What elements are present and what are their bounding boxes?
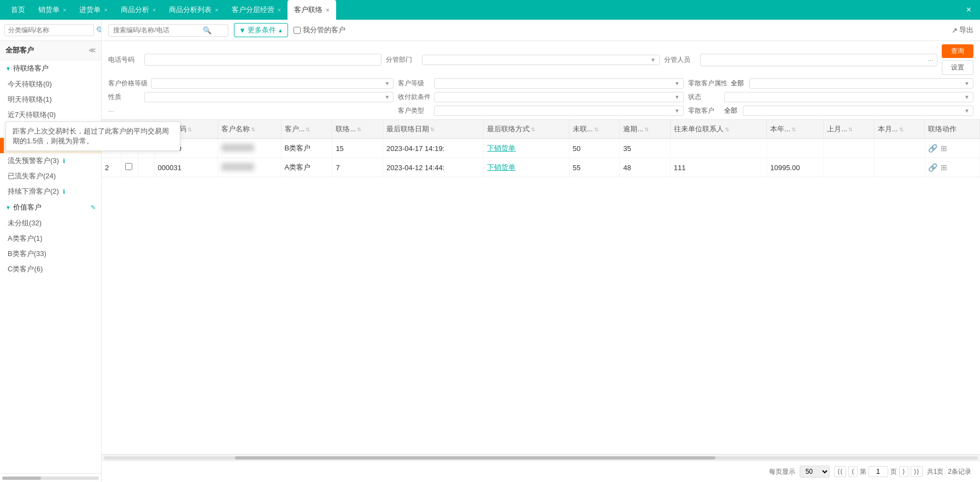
sidebar-already-lost[interactable]: 已流失客户(24) [0,169,101,184]
page-last-button[interactable]: ⟩⟩ [911,466,923,477]
edit-icon[interactable]: ✎ [91,204,96,211]
row2-checkbox[interactable] [125,163,132,170]
my-customers-checkbox[interactable] [294,27,301,34]
nav-purchase[interactable]: 进货单 × [73,0,114,20]
per-page-select[interactable]: 50 100 [800,466,830,478]
retail-select[interactable]: ▼ [743,106,973,116]
pagination-bar: 每页显示 50 100 ⟨⟨ ⟨ 第 页 ⟩ ⟩⟩ 共1页 2条记录 [102,461,980,482]
dept-chevron-icon: ▼ [650,57,656,63]
th-contact: 联络...⇅ [332,120,383,139]
page-next-button[interactable]: ⟩ [899,466,908,477]
sidebar-7day-pending[interactable]: 近7天待联络(0) [0,107,101,123]
price-grade-select[interactable]: ▼ [151,78,394,89]
status-select[interactable]: ▼ [724,92,973,102]
sidebar-class-a[interactable]: A类客户(1) [0,231,101,246]
sidebar-search-icon[interactable]: 🔍 [96,26,102,34]
grid-icon-1[interactable]: ⊞ [941,144,947,153]
last-method-link-1[interactable]: 下销货单 [487,144,515,152]
value-group-label[interactable]: ▼ 价值客户 ✎ [0,199,101,216]
close-analysis-icon[interactable]: × [152,7,156,13]
sidebar-declining[interactable]: 持续下滑客户(2) ℹ [0,184,101,199]
retail-attr-select[interactable]: ▼ [749,78,973,89]
td-last-date-1: 2023-04-17 14:19: [383,139,484,158]
nav-home[interactable]: 首页 [4,0,32,20]
sort-contact-icon: ⇅ [357,126,361,132]
page-prev-button[interactable]: ⟨ [848,466,858,477]
nav-analysis-list[interactable]: 商品分析列表 × [162,0,225,20]
td-year-2: 10995.00 [767,158,824,177]
value-triangle-icon: ▼ [5,205,11,211]
nav-sales[interactable]: 销货单 × [32,0,73,20]
status-chevron-icon: ▼ [964,94,970,100]
nature-select[interactable]: ▼ [144,92,394,102]
page-input[interactable] [868,466,888,477]
info-icon2[interactable]: ℹ [63,158,65,164]
manager-select[interactable]: ··· [700,54,937,66]
phone-input[interactable] [144,54,382,66]
more-conditions-button[interactable]: ▼ 更多条件 ▲ [234,23,288,37]
main-search-icon[interactable]: 🔍 [203,26,212,34]
my-customers-checkbox-area: 我分管的客户 [294,25,345,35]
sidebar-loss-warning[interactable]: 流失预警客户(3) ℹ [0,153,101,169]
payment-select[interactable]: ▼ [434,92,683,102]
info-icon3[interactable]: ℹ [63,188,65,195]
page-first-button[interactable]: ⟨⟨ [834,466,846,477]
manager-dots[interactable]: ··· [928,56,934,64]
export-button[interactable]: ↗ 导出 [952,25,973,35]
td-uncontacted-1: 50 [569,139,620,158]
grid-icon-2[interactable]: ⊞ [941,163,947,172]
filter-cell-retail: 零散客户 全部 ▼ [688,106,973,116]
dept-select[interactable]: ▼ [422,55,659,65]
sidebar-tomorrow-pending[interactable]: 明天待联络(1) [0,92,101,107]
scroll-thumb[interactable] [235,456,715,460]
nav-customer-contact[interactable]: 客户联络 × [287,0,336,20]
close-sales-icon[interactable]: × [63,7,66,13]
more-dots[interactable]: ··· [108,107,114,115]
link-icon-1[interactable]: 🔗 [928,144,937,153]
manager-label: 分管人员 [664,55,697,65]
th-uncontacted: 未联...⇅ [569,120,620,139]
link-icon-2[interactable]: 🔗 [928,163,937,172]
main-search-input[interactable] [113,26,201,34]
horizontal-scrollbar[interactable] [102,454,980,461]
collapse-icon[interactable]: ≪ [89,47,96,54]
td-index-2: 2 [102,158,121,177]
sort-thismonth-icon: ⇅ [899,126,903,132]
nav-customer-segment[interactable]: 客户分层经营 × [225,0,287,20]
filter-row-2: 客户价格等级 ▼ 客户等级 ▼ 零散客户属性 全部 [108,78,973,89]
sidebar-class-b[interactable]: B类客户(33) [0,246,101,262]
customer-type-select[interactable]: ▼ [434,106,683,116]
close-contact-icon[interactable]: × [326,7,329,13]
td-uncontacted-2: 55 [569,158,620,177]
scroll-track[interactable] [104,456,978,460]
content-area: 🔍 ▼ 更多条件 ▲ 我分管的客户 ↗ 导出 电话号码 [102,20,980,482]
pending-group-label[interactable]: ▼ 待联络客户 [0,60,101,77]
sort-uncontacted-icon: ⇅ [594,126,598,132]
settings-button[interactable]: 设置 [942,60,973,75]
sidebar-class-c[interactable]: C类客户(6) [0,262,101,277]
query-button[interactable]: 查询 [942,44,973,58]
td-thismonth-1 [874,139,925,158]
close-analysis-list-icon[interactable]: × [215,7,218,13]
td-grade-1: B类客户 [281,139,332,158]
last-method-link-2[interactable]: 下销货单 [487,163,515,171]
sidebar-today-pending[interactable]: 今天待联络(0) [0,77,101,92]
nav-analysis[interactable]: 商品分析 × [114,0,162,20]
retail-value: 全部 [724,106,737,115]
filter-cell-price-grade: 客户价格等级 ▼ [108,78,394,89]
td-last-method-2: 下销货单 [484,158,569,177]
sidebar-unclassified[interactable]: 未分组(32) [0,216,101,231]
th-this-month: 本月...⇅ [874,120,925,139]
chevron-up-icon: ▲ [278,27,283,33]
filter-icon: ▼ [239,26,246,34]
sidebar-search-input[interactable] [4,24,94,36]
close-purchase-icon[interactable]: × [104,7,107,13]
grade-select[interactable]: ▼ [434,78,683,89]
blurred-name-1 [221,144,254,152]
close-all-button[interactable]: × [966,5,971,15]
close-segment-icon[interactable]: × [278,7,281,13]
th-this-year: 本年...⇅ [767,120,824,139]
td-overdue-1: 35 [620,139,671,158]
all-customers-section[interactable]: 全部客户 ≪ [0,41,101,60]
filter-cell-manager: 分管人员 ··· [664,54,937,66]
